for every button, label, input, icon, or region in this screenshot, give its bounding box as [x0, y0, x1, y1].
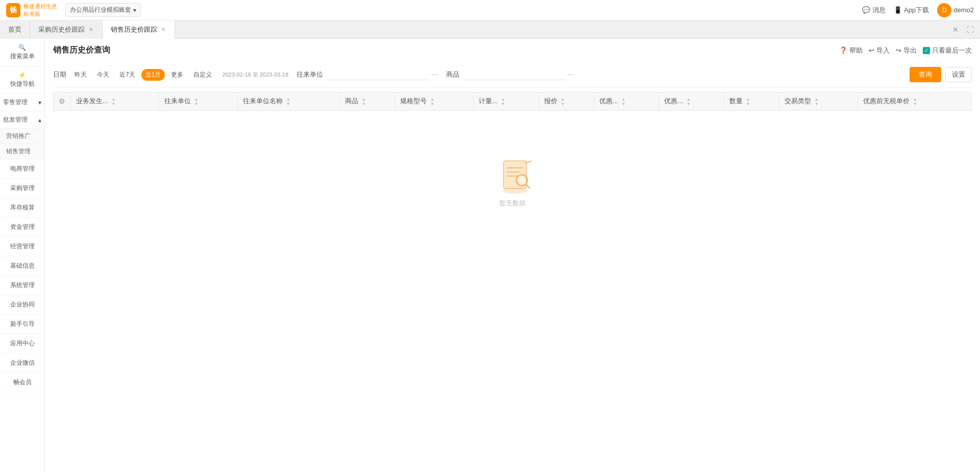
main-layout: 🔍 搜索菜单 ⚡ 快捷导航 零售管理 ▾ 批发管理 ▴ 营销推广 销售管理 电商…	[0, 39, 980, 472]
message-icon: 💬	[862, 6, 870, 14]
date-filter-label: 日期	[53, 70, 66, 79]
svg-point-6	[518, 176, 525, 183]
date-btn-7days[interactable]: 近7天	[115, 69, 139, 81]
th-quote[interactable]: 报价 ▲▼	[538, 92, 594, 111]
th-spec[interactable]: 规格型号 ▲▼	[395, 92, 474, 111]
th-product[interactable]: 商品 ▲▼	[340, 92, 395, 111]
date-filter-group: 日期 昨天 今天 近7天 近1月 更多 自定义 2023-02-18 至 202…	[53, 69, 288, 81]
sidebar-item-search-menu[interactable]: 🔍 搜索菜单	[0, 39, 44, 66]
tab-home[interactable]: 首页	[0, 20, 30, 39]
chevron-down-icon: ▾	[38, 99, 41, 106]
column-settings-button[interactable]: ⚙	[59, 97, 65, 105]
chevron-down-icon: ▾	[133, 7, 136, 14]
download-button[interactable]: 📱 App下载	[894, 6, 929, 15]
import-icon: ↩	[869, 46, 874, 54]
filter-actions: 查询 设置	[910, 67, 972, 82]
app-selector[interactable]: 办公用品行业模拟账套 ▾	[65, 3, 141, 17]
product-filter-label: 商品	[446, 70, 459, 79]
top-bar-left: 畅 畅捷通好生意 标准版 办公用品行业模拟账套 ▾	[6, 3, 141, 17]
product-input[interactable]	[463, 69, 566, 80]
th-partner-code[interactable]: 往来单位 ▲▼	[159, 92, 238, 111]
maximize-icon[interactable]: ⛶	[965, 25, 976, 35]
sort-arrows-discount2: ▲▼	[687, 97, 691, 106]
search-icon: 🔍	[18, 44, 26, 51]
sidebar-item-quick-nav[interactable]: ⚡ 快捷导航	[0, 66, 44, 94]
date-btn-today[interactable]: 今天	[93, 69, 113, 81]
date-range-text: 2023-02-18 至 2023-03-18	[222, 71, 288, 79]
date-options: 昨天 今天 近7天 近1月 更多 自定义	[70, 69, 216, 81]
th-discount2[interactable]: 优惠... ▲▼	[659, 92, 724, 111]
sidebar-item-sales-mgmt[interactable]: 销售管理	[0, 144, 44, 159]
th-partner-name[interactable]: 往来单位名称 ▲▼	[238, 92, 340, 111]
date-btn-1month[interactable]: 近1月	[141, 69, 165, 81]
sales-tab-close[interactable]: ✕	[160, 26, 166, 33]
sidebar-item-system-mgmt[interactable]: 系统管理	[0, 276, 44, 295]
th-biz-date[interactable]: 业务发生... ▲▼	[71, 92, 159, 111]
nav-icon: ⚡	[18, 72, 26, 79]
sidebar-item-ops-mgmt[interactable]: 经营管理	[0, 237, 44, 256]
date-btn-more[interactable]: 更多	[167, 69, 187, 81]
svg-point-0	[502, 188, 528, 194]
partner-input[interactable]	[327, 69, 429, 80]
sales-tab-label: 销售历史价跟踪	[111, 25, 157, 34]
sidebar-item-ecom-mgmt[interactable]: 电商管理	[0, 159, 44, 179]
product-dots-button[interactable]: ···	[568, 70, 574, 79]
top-bar-right: 💬 消息 📱 App下载 D demo2	[862, 3, 974, 17]
empty-state: 暂无数据	[53, 111, 972, 249]
message-button[interactable]: 💬 消息	[862, 6, 886, 15]
sidebar-item-app-center[interactable]: 应用中心	[0, 334, 44, 353]
only-last-checkbox[interactable]: ✓ 只看最后一次	[923, 46, 972, 55]
date-btn-custom[interactable]: 自定义	[189, 69, 216, 81]
purchase-tab-label: 采购历史价跟踪	[38, 25, 85, 34]
date-btn-yesterday[interactable]: 昨天	[70, 69, 91, 81]
logo-area: 畅 畅捷通好生意 标准版	[6, 3, 57, 17]
sidebar-item-purchase-mgmt[interactable]: 采购管理	[0, 179, 44, 198]
th-unit[interactable]: 计量... ▲▼	[474, 92, 538, 111]
settings-button[interactable]: 设置	[945, 67, 972, 82]
th-discount1[interactable]: 优惠... ▲▼	[594, 92, 659, 111]
top-bar: 畅 畅捷通好生意 标准版 办公用品行业模拟账套 ▾ 💬 消息 📱 App下载 D…	[0, 0, 980, 20]
sidebar-item-basic-info[interactable]: 基础信息	[0, 256, 44, 276]
sidebar-item-new-guide[interactable]: 新手引导	[0, 315, 44, 334]
query-button[interactable]: 查询	[910, 67, 941, 82]
sidebar-item-inventory[interactable]: 库存核算	[0, 198, 44, 218]
export-button[interactable]: ↪ 导出	[896, 46, 917, 55]
checkbox-icon: ✓	[923, 47, 930, 54]
th-pre-tax-price[interactable]: 优惠前无税单价 ▲▼	[858, 92, 972, 111]
close-window-icon[interactable]: ✕	[950, 25, 961, 35]
tab-sales[interactable]: 销售历史价跟踪 ✕	[103, 20, 175, 39]
sort-arrows-trade-type: ▲▼	[815, 97, 819, 106]
filter-row: 日期 昨天 今天 近7天 近1月 更多 自定义 2023-02-18 至 202…	[53, 62, 972, 88]
import-button[interactable]: ↩ 导入	[869, 46, 890, 55]
sidebar-item-member[interactable]: 畅会员	[0, 373, 44, 392]
product-filter-group: 商品 ···	[446, 69, 574, 80]
tab-purchase[interactable]: 采购历史价跟踪 ✕	[30, 20, 103, 39]
sidebar-item-enterprise-wechat[interactable]: 企业微信	[0, 353, 44, 373]
purchase-tab-close[interactable]: ✕	[88, 26, 94, 33]
empty-icon	[492, 152, 533, 193]
tab-bar: 首页 采购历史价跟踪 ✕ 销售历史价跟踪 ✕ ✕ ⛶	[0, 20, 980, 39]
sidebar-item-retail-mgmt[interactable]: 零售管理 ▾	[0, 94, 44, 111]
partner-dots-button[interactable]: ···	[431, 70, 438, 79]
sidebar-item-marketing[interactable]: 营销推广	[0, 129, 44, 144]
empty-text: 暂无数据	[499, 199, 526, 208]
logo-icon: 畅	[6, 3, 20, 17]
sort-arrows-partner-code: ▲▼	[194, 97, 199, 106]
download-icon: 📱	[894, 6, 902, 14]
user-menu[interactable]: D demo2	[937, 3, 974, 17]
help-button[interactable]: ❓ 帮助	[839, 46, 863, 55]
sidebar-item-enterprise[interactable]: 企业协同	[0, 295, 44, 315]
sidebar-item-finance-mgmt[interactable]: 资金管理	[0, 218, 44, 237]
help-icon: ❓	[839, 46, 847, 54]
sidebar-item-wholesale-mgmt[interactable]: 批发管理 ▴	[0, 111, 44, 129]
partner-input-wrap: ···	[327, 69, 438, 80]
sort-arrows-unit: ▲▼	[501, 97, 505, 106]
sort-arrows-spec: ▲▼	[430, 97, 434, 106]
sort-arrows-product: ▲▼	[362, 97, 366, 106]
sort-arrows-partner-name: ▲▼	[286, 97, 290, 106]
sort-arrows-biz-date: ▲▼	[111, 97, 115, 106]
sort-arrows-discount1: ▲▼	[622, 97, 626, 106]
th-qty[interactable]: 数量 ▲▼	[724, 92, 779, 111]
th-trade-type[interactable]: 交易类型 ▲▼	[779, 92, 858, 111]
partner-filter-label: 往来单位	[297, 70, 323, 79]
